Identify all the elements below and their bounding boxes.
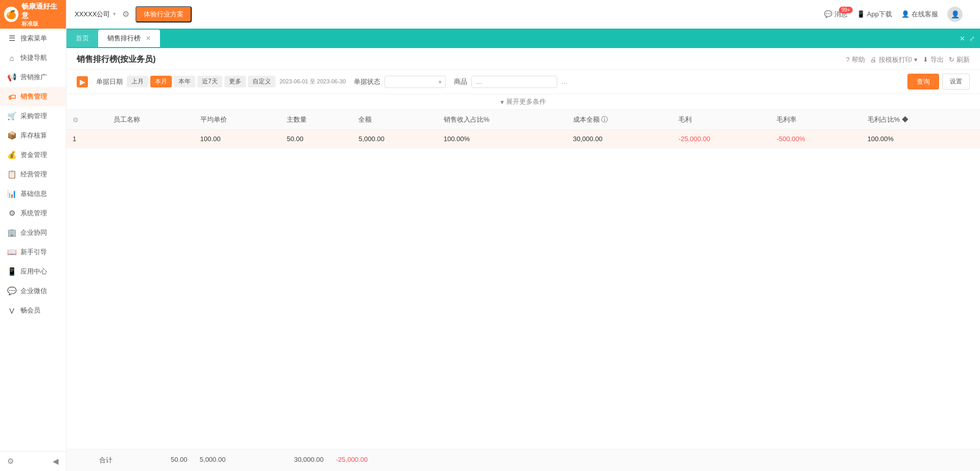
filter-goods-input[interactable] [471,76,557,88]
filter-date-range: 2023-06-01 至 2023-06-30 [280,78,346,85]
cell-gross-rate-0: -500.00% [770,130,861,148]
sidebar-icon-marketing: 📢 [7,73,16,82]
sidebar-label-guide: 新手引导 [20,248,47,257]
sidebar-item-basic[interactable]: 📊基础信息 [0,184,66,204]
help-btn[interactable]: ? 帮助 [846,55,865,64]
filter-date-more[interactable]: 更多 [224,76,246,87]
sidebar-icon-sales: 🏷 [7,93,16,101]
topbar-settings-icon[interactable]: ⚙ [122,9,129,19]
online-service-btn[interactable]: 👤 在线客服 [901,10,938,19]
sidebar-label-wechat: 企业微信 [20,286,47,296]
sidebar-item-shortcut[interactable]: ⌂快捷导航 [0,48,66,68]
sidebar-item-finance[interactable]: 💰资金管理 [0,145,66,165]
sidebar-label-shortcut: 快捷导航 [20,53,47,62]
sidebar-label-operations: 经营管理 [20,170,47,179]
filter-more-btn[interactable]: … [561,78,567,85]
filter-date-label: 单据日期 [96,77,123,86]
sidebar-label-inventory: 库存核算 [20,131,47,140]
sidebar-collapse-icon[interactable]: ◀ [53,457,59,466]
sidebar-label-member: 畅会员 [20,306,40,315]
filter-bar: ▶ 单据日期 上月 本月 本年 近7天 更多 自定义 2023-06-01 至 … [66,70,980,94]
sidebar-label-basic: 基础信息 [20,189,47,198]
sidebar-icon-basic: 📊 [7,189,16,198]
col-cost: 成本全额 ⓘ [567,110,672,130]
filter-date-options: 上月 本月 本年 近7天 更多 自定义 [127,76,276,87]
cell-name-0 [107,130,194,148]
sidebar-icon-shortcut: ⌂ [7,54,16,62]
col-amount: 全额 [352,110,437,130]
sidebar-item-guide[interactable]: 📖新手引导 [0,242,66,262]
tab-restore-icon[interactable]: ⤢ [969,35,975,42]
sidebar-item-marketing[interactable]: 📢营销推广 [0,68,66,87]
help-icon: ? [846,56,850,63]
sidebar-item-inventory[interactable]: 📦库存核算 [0,126,66,145]
sidebar-icon-apps: 📱 [7,267,16,276]
cell-gross-pct-0: 100.00% [861,130,980,148]
filter-status-select[interactable] [384,76,446,88]
sidebar-label-marketing: 营销推广 [20,73,47,82]
print-btn[interactable]: 🖨 按模板打印 ▾ [870,55,918,64]
refresh-label: 刷新 [956,55,970,64]
sidebar-item-apps[interactable]: 📱应用中心 [0,262,66,281]
logo-subtitle: 标准版 [21,20,62,27]
filter-expand-btn[interactable]: ▶ [77,76,88,87]
sidebar-item-operations[interactable]: 📋经营管理 [0,165,66,184]
sidebar-icon-search: ☰ [7,34,16,43]
filter-date-current-month[interactable]: 本月 [150,76,172,87]
tab-sales-rank[interactable]: 销售排行榜 ✕ [98,30,160,47]
cell-sales-pct-0: 100.00% [438,130,567,148]
settings-button[interactable]: 设置 [942,74,970,89]
sidebar-label-apps: 应用中心 [20,267,47,276]
topbar: XXXXX公司 ▾ ⚙ 体验行业方案 💬 消息 99+ 📱 App下载 👤 在线… [66,0,980,29]
query-button[interactable]: 查询 [907,74,939,89]
table-row: 1 100.00 50.00 5,000.00 100.00% 30,000.0… [66,130,980,148]
sidebar-item-search[interactable]: ☰搜索菜单 [0,29,66,48]
tab-home[interactable]: 首页 [66,30,98,47]
message-btn[interactable]: 💬 消息 99+ [824,10,848,19]
print-icon: 🖨 [870,56,877,63]
cell-avg-price-0: 100.00 [194,130,281,148]
sidebar: 🍊 畅康通好生意 标准版 ☰搜索菜单⌂快捷导航📢营销推广🏷销售管理🛒采购管理📦库… [0,0,66,471]
col-gross-rate: 毛利率 [770,110,861,130]
sidebar-item-sales[interactable]: 🏷销售管理 [0,87,66,106]
filter-date-this-year[interactable]: 本年 [174,76,195,87]
filter-date-last-month[interactable]: 上月 [127,76,148,87]
sidebar-settings-icon[interactable]: ⚙ [7,457,14,466]
sidebar-item-enterprise[interactable]: 🏢企业协同 [0,223,66,242]
logo-title: 畅康通好生意 [21,2,62,20]
filter-expand-row: ▾ 展开更多条件 [66,94,980,110]
expand-more-button[interactable]: ▾ 展开更多条件 [500,97,546,106]
tab-sales-rank-label: 销售排行榜 [107,34,141,43]
cell-rank-0: 1 [66,130,107,148]
sidebar-item-member[interactable]: V畅会员 [0,301,66,320]
col-gross-pct: 毛利占比% ◆ [861,110,980,130]
cell-gross-0: -25,000.00 [672,130,770,148]
message-icon: 💬 [824,10,832,18]
app-download-btn[interactable]: 📱 App下载 [857,10,892,19]
user-avatar[interactable]: 👤 [947,7,963,22]
app-label: App下载 [867,10,892,19]
content-area: 销售排行榜(按业务员) ? 帮助 🖨 按模板打印 ▾ ⬇ 导出 ↻ 刷新 [66,48,980,471]
print-dropdown-icon: ▾ [914,56,918,63]
trial-button[interactable]: 体验行业方案 [135,6,192,23]
filter-date-7days[interactable]: 近7天 [197,76,222,87]
data-table-wrap: ⚙ 员工名称 平均单价 主数量 全额 销售收入占比% 成本全额 ⓘ 毛利 毛利率… [66,110,980,449]
sidebar-item-system[interactable]: ⚙系统管理 [0,204,66,223]
footer-qty: 50.00 [165,455,194,466]
col-settings[interactable]: ⚙ [66,110,107,130]
company-selector[interactable]: XXXXX公司 ▾ [75,10,116,19]
filter-date-custom[interactable]: 自定义 [248,76,276,87]
export-btn[interactable]: ⬇ 导出 [923,55,944,64]
refresh-icon: ↻ [949,56,954,63]
tab-close-all-icon[interactable]: ✕ [960,35,965,42]
message-badge: 99+ [839,7,853,13]
refresh-btn[interactable]: ↻ 刷新 [949,55,970,64]
sidebar-item-wechat[interactable]: 💬企业微信 [0,281,66,301]
sidebar-icon-enterprise: 🏢 [7,228,16,237]
expand-more-label: 展开更多条件 [506,97,546,106]
tab-close-icon[interactable]: ✕ [146,35,151,42]
sidebar-item-purchase[interactable]: 🛒采购管理 [0,106,66,126]
topbar-right: 💬 消息 99+ 📱 App下载 👤 在线客服 👤 [824,7,972,22]
service-label: 在线客服 [911,10,938,19]
sidebar-icon-finance: 💰 [7,150,16,160]
